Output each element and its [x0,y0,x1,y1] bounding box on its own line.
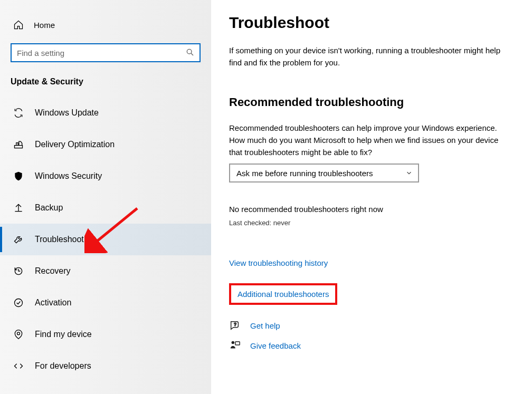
feedback-icon [229,340,241,351]
main-content: Troubleshoot If something on your device… [211,0,532,394]
get-help-icon: ? [229,320,241,331]
page-title: Troubleshoot [229,14,513,32]
sidebar-item-label: Activation [35,298,71,307]
search-icon [186,48,195,57]
backup-icon [13,202,24,214]
additional-troubleshooters-highlight: Additional troubleshooters [229,283,337,305]
sidebar-item-label: Backup [35,203,63,213]
sidebar-item-recovery[interactable]: Recovery [0,255,211,287]
last-checked-text: Last checked: never [229,219,513,227]
no-recommended-text: No recommended troubleshooters right now [229,205,513,214]
recovery-icon [13,265,24,277]
recommended-heading: Recommended troubleshooting [229,95,513,109]
sidebar-item-label: Recovery [35,266,71,276]
chevron-down-icon [405,169,413,177]
sidebar-item-label: For developers [35,361,91,371]
settings-sidebar: Home Update & Security Windows UpdateDel… [0,0,211,394]
sidebar-item-windows-security[interactable]: Windows Security [0,160,211,192]
wrench-icon [13,234,24,245]
svg-text:?: ? [234,322,236,327]
search-settings-input[interactable] [11,43,201,62]
sidebar-item-activation[interactable]: Activation [0,287,211,319]
sidebar-item-troubleshoot[interactable]: Troubleshoot [0,224,211,255]
findmydevice-icon [13,329,24,340]
home-label: Home [34,21,55,30]
sidebar-item-label: Find my device [35,330,92,339]
sync-icon [13,107,24,119]
search-field[interactable] [17,49,186,57]
give-feedback-row[interactable]: Give feedback [229,340,513,351]
activation-icon [13,297,24,309]
sidebar-item-label: Troubleshoot [35,235,84,244]
sidebar-item-label: Windows Update [35,108,99,118]
sidebar-item-windows-update[interactable]: Windows Update [0,97,211,129]
sidebar-item-backup[interactable]: Backup [0,192,211,224]
dropdown-selected-value: Ask me before running troubleshooters [236,169,373,178]
svg-point-7 [17,332,20,335]
page-intro: If something on your device isn't workin… [229,44,509,69]
home-icon [13,19,24,31]
recommended-frequency-dropdown[interactable]: Ask me before running troubleshooters [229,164,419,182]
sidebar-item-label: Delivery Optimization [35,140,115,149]
sidebar-item-for-developers[interactable]: For developers [0,350,211,382]
sidebar-item-delivery-optimization[interactable]: Delivery Optimization [0,129,211,160]
svg-point-10 [232,341,235,344]
svg-rect-2 [15,146,23,148]
svg-rect-11 [235,342,240,345]
category-heading: Update & Security [0,62,211,97]
delivery-icon [13,139,24,150]
get-help-link[interactable]: Get help [250,321,280,330]
give-feedback-link[interactable]: Give feedback [250,341,301,350]
svg-point-0 [187,49,192,54]
get-help-row[interactable]: ? Get help [229,320,513,331]
shield-icon [13,170,24,182]
view-history-link[interactable]: View troubleshooting history [229,258,328,267]
home-nav[interactable]: Home [0,14,211,36]
recommended-description: Recommended troubleshooters can help imp… [229,122,509,159]
svg-line-1 [191,53,193,55]
sidebar-item-label: Windows Security [35,171,102,181]
svg-point-6 [15,299,23,307]
developers-icon [13,360,24,372]
additional-troubleshooters-link[interactable]: Additional troubleshooters [238,290,329,299]
sidebar-nav-list: Windows UpdateDelivery OptimizationWindo… [0,97,211,382]
sidebar-item-find-my-device[interactable]: Find my device [0,319,211,350]
